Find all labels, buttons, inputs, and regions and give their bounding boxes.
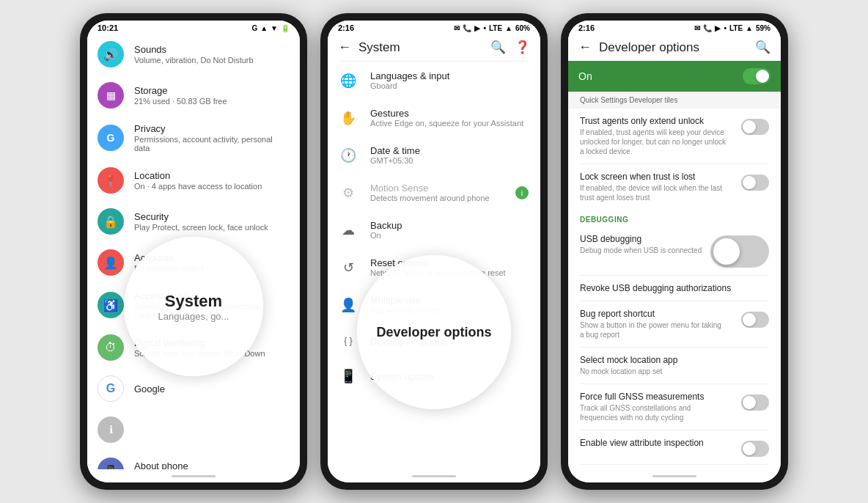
sys-item-systemupdate[interactable]: 📱 System update — [328, 359, 540, 394]
settings-item-about[interactable]: ℹ — [87, 409, 300, 450]
settings-item-digital[interactable]: ⏱ Digital Wellbeing Screen time, app tim… — [87, 327, 300, 368]
settings-item-google[interactable]: G Google — [87, 368, 300, 409]
digital-icon: ⏱ — [98, 334, 124, 361]
sys-item-reset[interactable]: ↺ Reset options Network, apps, or device… — [328, 249, 540, 286]
signal-icon-2: ▲ — [505, 24, 512, 32]
globe-icon: 🌐 — [339, 72, 357, 89]
dev-item-usbdebugging[interactable]: USB debugging Debug mode when USB is con… — [568, 227, 781, 275]
viewattr-toggle[interactable] — [741, 441, 769, 457]
phone-2: 2:16 ✉ 📞 ▶ • LTE ▲ 60% ← System 🔍 ❓ — [320, 13, 548, 490]
settings-item-location[interactable]: 📍 Location On · 4 apps have access to lo… — [87, 160, 300, 201]
dev-item-trustagents[interactable]: Trust agents only extend unlock If enabl… — [568, 109, 781, 164]
lockscreen-toggle[interactable] — [741, 175, 769, 191]
time-2: 2:16 — [338, 23, 354, 32]
settings-item-storage[interactable]: ▦ Storage 21% used · 50.83 GB free — [87, 75, 300, 116]
settings-item-privacy[interactable]: G Privacy Permissions, account activity,… — [87, 116, 300, 160]
settings-list: 🔊 Sounds Volume, vibration, Do Not Distu… — [87, 34, 300, 469]
home-indicator-2 — [412, 475, 456, 477]
mocklocation-title: Select mock location app — [580, 355, 677, 365]
header-icons-2: 🔍 ❓ — [490, 40, 530, 55]
usb-sub: Debug mode when USB is connected — [580, 246, 702, 255]
dev-item-viewattr[interactable]: Enable view attribute inspection — [568, 430, 781, 464]
sys-item-devoptions[interactable]: { } Developer options — [328, 323, 540, 359]
sys-item-gestures[interactable]: ✋ Gestures Active Edge on, squeeze for y… — [328, 99, 540, 136]
debugging-label: DEBUGGING — [568, 210, 781, 227]
sys-item-backup[interactable]: ☁ Backup On — [328, 211, 540, 249]
security-icon: 🔒 — [98, 208, 124, 235]
dev-item-lockscreen[interactable]: Lock screen when trust is lost If enable… — [568, 164, 781, 210]
settings-item-sounds[interactable]: 🔊 Sounds Volume, vibration, Do Not Distu… — [87, 34, 300, 75]
dev-item-mocklocation[interactable]: Select mock location app No mock locatio… — [568, 348, 781, 383]
sys-item-multipleuse[interactable]: 👤 Multiple use Signed in as Owner — [328, 286, 540, 323]
backup-icon: ☁ — [339, 221, 357, 239]
devoptions-title: Developer options — [370, 336, 447, 347]
quick-settings-item: Quick Settings Developer tiles — [568, 92, 781, 109]
gnss-title: Force full GNSS measurements — [580, 392, 727, 402]
google-icon: G — [251, 24, 257, 32]
settings-item-accessibility[interactable]: ♿ Accessibility Screen readers, display,… — [87, 283, 300, 327]
dev-item-bugreport[interactable]: Bug report shortcut Show a button in the… — [568, 301, 781, 347]
gestures-sub: Active Edge on, squeeze for your Assista… — [370, 119, 523, 128]
nav-bar-2 — [328, 469, 540, 482]
on-toggle[interactable] — [743, 68, 770, 84]
usb-toggle-enlarged[interactable] — [710, 235, 769, 268]
help-icon-2[interactable]: ❓ — [515, 40, 530, 55]
aboutphone-icon: 📱 — [98, 458, 124, 469]
viewattr-title: Enable view attribute inspection — [580, 438, 704, 448]
multipleuse-sub: Signed in as Owner — [370, 306, 441, 315]
sys-item-languages[interactable]: 🌐 Languages & input Gboard — [328, 62, 540, 99]
dot-icon: • — [483, 24, 486, 32]
signal-icon: ▲ — [260, 24, 268, 32]
sys-item-datetime[interactable]: 🕐 Date & time GMT+05:30 — [328, 136, 540, 174]
bugreport-title: Bug report shortcut — [580, 309, 727, 319]
search-icon-3[interactable]: 🔍 — [755, 40, 770, 55]
search-icon-2[interactable]: 🔍 — [490, 40, 506, 55]
languages-sub: Gboard — [370, 81, 449, 90]
trustagents-toggle[interactable] — [741, 119, 769, 135]
dev-item-gnss[interactable]: Force full GNSS measurements Track all G… — [568, 384, 781, 430]
settings-item-accounts[interactable]: 👤 Accounts No accounts added — [87, 242, 300, 283]
accessibility-subtitle: Screen readers, display, interaction con… — [134, 302, 290, 320]
settings-item-security[interactable]: 🔒 Security Play Protect, screen lock, fa… — [87, 201, 300, 242]
sounds-icon: 🔊 — [98, 41, 124, 67]
storage-subtitle: 21% used · 50.83 GB free — [134, 97, 290, 106]
location-subtitle: On · 4 apps have access to location — [134, 182, 290, 191]
dev-item-revokeusb[interactable]: Revoke USB debugging authorizations — [568, 276, 781, 301]
bugreport-toggle[interactable] — [741, 312, 769, 328]
devoptions-icon: { } — [339, 332, 357, 350]
back-button-3[interactable]: ← — [578, 40, 592, 55]
mocklocation-sub: No mock location app set — [580, 367, 677, 376]
multipleuse-icon: 👤 — [339, 296, 357, 314]
privacy-subtitle: Permissions, account activity, personal … — [134, 135, 290, 153]
back-button-2[interactable]: ← — [338, 40, 351, 55]
header-icons-3: 🔍 — [755, 40, 770, 55]
security-subtitle: Play Protect, screen lock, face unlock — [134, 223, 290, 232]
accounts-title: Accounts — [134, 252, 290, 263]
location-title: Location — [134, 170, 290, 181]
gestures-icon: ✋ — [339, 109, 357, 127]
reset-icon: ↺ — [339, 259, 357, 276]
lte-icon: LTE — [489, 24, 502, 32]
dev-list: Quick Settings Developer tiles Trust age… — [568, 92, 781, 469]
motionsense-sub: Detects movement around phone — [370, 194, 490, 202]
phone-1: 10:21 G ▲ ▼ 🔋 🔊 Sounds Volume, vibration… — [80, 13, 307, 490]
reset-sub: Network, apps, or device can be reset — [370, 268, 506, 277]
time-1: 10:21 — [98, 23, 118, 32]
systemupdate-icon: 📱 — [339, 367, 357, 385]
settings-item-aboutphone[interactable]: 📱 About phone Pixel 4 XL — [87, 450, 300, 469]
datetime-title: Date & time — [370, 145, 420, 156]
accounts-subtitle: No accounts added — [134, 264, 290, 273]
storage-icon: ▦ — [98, 82, 124, 109]
motionsense-icon: ⚙ — [339, 184, 357, 202]
phone-3: 2:16 ✉ 📞 ▶ • LTE ▲ 59% ← Developer optio… — [561, 13, 788, 490]
status-icons-2: ✉ 📞 ▶ • LTE ▲ 60% — [454, 24, 530, 32]
yt-icon-3: ▶ — [715, 24, 721, 32]
gnss-toggle[interactable] — [741, 394, 769, 411]
msg-icon-3: ✉ — [694, 24, 700, 32]
info-badge: i — [515, 186, 529, 199]
battery-icon-2: 60% — [515, 24, 530, 32]
digital-subtitle: Screen time, app timers, Wind Down — [134, 349, 290, 358]
security-title: Security — [134, 211, 290, 222]
sys-item-motionsense[interactable]: ⚙ Motion Sense Detects movement around p… — [328, 174, 540, 211]
time-3: 2:16 — [578, 23, 595, 32]
